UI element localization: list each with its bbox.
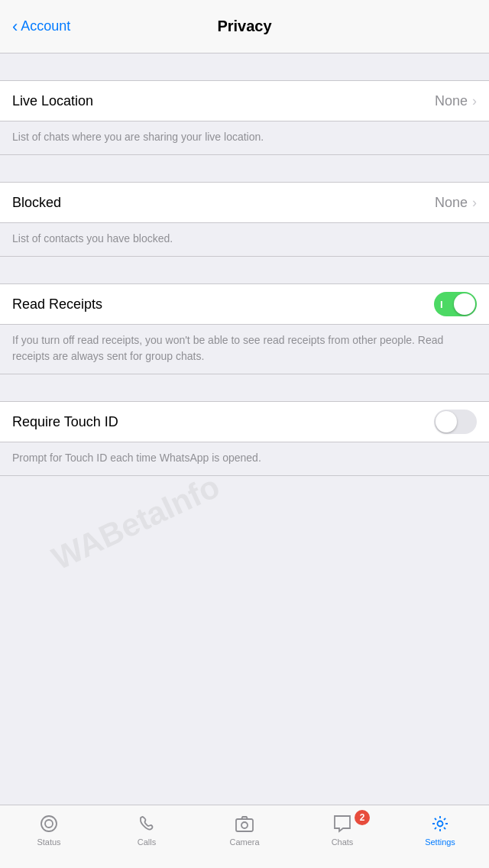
touch-id-label: Require Touch ID: [12, 414, 118, 430]
section-gap-4: [0, 374, 489, 401]
read-receipts-row: Read Receipts I: [0, 284, 489, 324]
back-chevron-icon: ‹: [12, 17, 18, 37]
calls-icon: [136, 813, 157, 834]
settings-icon: [429, 813, 451, 834]
section-gap-3: [0, 257, 489, 283]
svg-rect-2: [236, 819, 253, 831]
toggle-thumb: [454, 293, 475, 315]
live-location-right: None ›: [435, 93, 477, 109]
touch-id-row: Require Touch ID: [0, 402, 489, 442]
read-receipts-description-text: If you turn off read receipts, you won't…: [12, 334, 443, 362]
blocked-chevron-icon: ›: [472, 195, 477, 211]
touch-id-toggle[interactable]: [434, 410, 477, 434]
blocked-label: Blocked: [12, 195, 61, 211]
chats-badge: 2: [355, 810, 370, 825]
live-location-row[interactable]: Live Location None ›: [0, 81, 489, 121]
tab-bar: Status Calls Camera 2 Chats: [0, 805, 489, 868]
back-button[interactable]: ‹ Account: [12, 17, 70, 37]
blocked-row[interactable]: Blocked None ›: [0, 183, 489, 222]
live-location-chevron-icon: ›: [472, 93, 477, 109]
blocked-right: None ›: [435, 195, 477, 211]
section-gap-top: [0, 53, 489, 80]
svg-point-1: [45, 820, 53, 828]
blocked-group: Blocked None ›: [0, 182, 489, 223]
read-receipts-description: If you turn off read receipts, you won't…: [0, 325, 489, 374]
live-location-description-text: List of chats where you are sharing your…: [12, 131, 264, 143]
tab-chats-label: Chats: [332, 837, 354, 847]
svg-point-3: [241, 822, 248, 828]
svg-point-0: [41, 816, 57, 831]
tab-calls-label: Calls: [138, 837, 156, 847]
svg-point-4: [438, 821, 443, 827]
tab-settings[interactable]: Settings: [402, 813, 478, 847]
tab-calls[interactable]: Calls: [108, 813, 185, 847]
tab-status-label: Status: [37, 837, 60, 847]
live-location-group: Live Location None ›: [0, 80, 489, 121]
tab-chats[interactable]: 2 Chats: [304, 813, 381, 847]
read-receipts-toggle[interactable]: I: [434, 292, 477, 316]
touch-id-description-text: Prompt for Touch ID each time WhatsApp i…: [12, 452, 261, 464]
tab-camera-label: Camera: [229, 837, 259, 847]
page-title: Privacy: [217, 18, 271, 35]
touch-id-toggle-thumb: [436, 411, 457, 432]
blocked-description: List of contacts you have blocked.: [0, 223, 489, 257]
read-receipts-label: Read Receipts: [12, 296, 102, 313]
back-label: Account: [21, 18, 70, 34]
status-icon: [38, 813, 60, 834]
blocked-value: None: [435, 195, 468, 211]
tab-settings-label: Settings: [425, 837, 455, 847]
touch-id-description: Prompt for Touch ID each time WhatsApp i…: [0, 442, 489, 476]
tab-camera[interactable]: Camera: [206, 813, 283, 847]
toggle-on-label: I: [440, 299, 443, 310]
chats-icon: [332, 813, 353, 834]
live-location-value: None: [435, 93, 468, 109]
section-gap-2: [0, 155, 489, 182]
tab-status[interactable]: Status: [11, 813, 87, 847]
touch-id-group: Require Touch ID: [0, 401, 489, 442]
live-location-description: List of chats where you are sharing your…: [0, 121, 489, 155]
read-receipts-group: Read Receipts I: [0, 283, 489, 325]
camera-icon: [234, 813, 255, 834]
blocked-description-text: List of contacts you have blocked.: [12, 232, 173, 245]
navigation-header: ‹ Account Privacy: [0, 0, 489, 53]
live-location-label: Live Location: [12, 93, 93, 109]
